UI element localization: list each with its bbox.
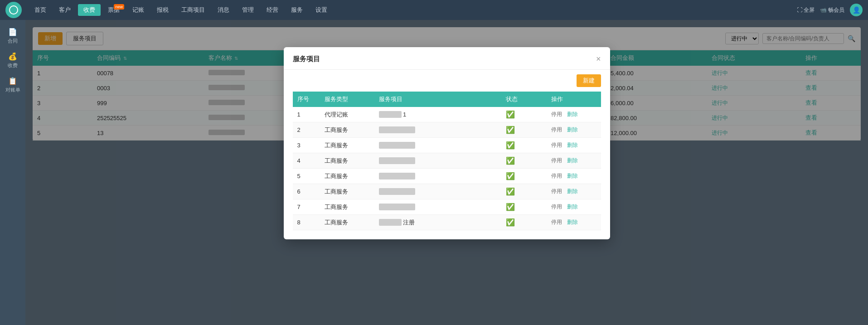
sidebar: 📄 合同💰 收费📋 对账单: [0, 20, 25, 325]
sidebar-icon-收费: 💰: [8, 52, 17, 61]
modal-cell-item: [374, 153, 501, 169]
delete-button[interactable]: 删除: [567, 111, 578, 117]
stop-button[interactable]: 停用: [551, 219, 562, 225]
service-modal: 服务项目 × 新建 序号 服务类型 服务项目 状态 操作 1 代理记账: [284, 47, 610, 239]
stop-button[interactable]: 停用: [551, 188, 562, 194]
stop-button[interactable]: 停用: [551, 111, 562, 117]
modal-cell-seq: 7: [293, 199, 320, 215]
modal-title: 服务项目: [293, 55, 320, 63]
fullscreen-label[interactable]: ⛶ 全屏: [797, 6, 815, 14]
delete-button[interactable]: 删除: [567, 204, 578, 210]
modal-table-body: 1 代理记账 1 ✅ 停用 删除 2 工商服务 ✅ 停用 删除 3 工商服务 ✅…: [293, 107, 601, 230]
nav-item-经营[interactable]: 经营: [261, 4, 284, 16]
status-active-icon: ✅: [506, 203, 515, 211]
delete-button[interactable]: 删除: [567, 173, 578, 179]
modal-cell-seq: 5: [293, 169, 320, 184]
modal-table-row: 1 代理记账 1 ✅ 停用 删除: [293, 107, 601, 122]
modal-cell-ops: 停用 删除: [547, 107, 601, 122]
top-nav-right: ⛶ 全屏 📹 畅会员 👤: [797, 4, 863, 16]
sidebar-item-合同[interactable]: 📄 合同: [0, 24, 25, 48]
stop-button[interactable]: 停用: [551, 126, 562, 133]
modal-cell-ops: 停用 删除: [547, 184, 601, 199]
modal-cell-type: 工商服务: [320, 215, 374, 230]
delete-button[interactable]: 删除: [567, 157, 578, 164]
modal-table-row: 4 工商服务 ✅ 停用 删除: [293, 153, 601, 169]
modal-new-button[interactable]: 新建: [577, 74, 601, 87]
modal-cell-ops: 停用 删除: [547, 169, 601, 184]
modal-cell-item: [374, 169, 501, 184]
nav-item-管理[interactable]: 管理: [237, 4, 259, 16]
delete-button[interactable]: 删除: [567, 142, 578, 148]
modal-cell-item: 1: [374, 107, 501, 122]
modal-overlay[interactable]: 服务项目 × 新建 序号 服务类型 服务项目 状态 操作 1 代理记账: [25, 20, 868, 325]
nav-badge-票据: new: [114, 4, 124, 10]
nav-item-工商项目[interactable]: 工商项目: [176, 4, 210, 16]
nav-item-首页[interactable]: 首页: [29, 4, 52, 16]
stop-button[interactable]: 停用: [551, 173, 562, 179]
delete-button[interactable]: 删除: [567, 188, 578, 194]
status-active-icon: ✅: [506, 126, 515, 134]
delete-button[interactable]: 删除: [567, 219, 578, 225]
modal-cell-type: 工商服务: [320, 153, 374, 169]
fullscreen-icon: ⛶: [797, 7, 802, 13]
modal-body: 序号 服务类型 服务项目 状态 操作 1 代理记账 1 ✅ 停用 删除 2 工商…: [284, 92, 610, 239]
status-active-icon: ✅: [506, 111, 515, 118]
modal-cell-ops: 停用 删除: [547, 153, 601, 169]
modal-cell-item: [374, 199, 501, 215]
modal-table-row: 6 工商服务 ✅ 停用 删除: [293, 184, 601, 199]
modal-cell-item: [374, 184, 501, 199]
stop-button[interactable]: 停用: [551, 204, 562, 210]
modal-table-row: 3 工商服务 ✅ 停用 删除: [293, 138, 601, 153]
modal-table-row: 2 工商服务 ✅ 停用 删除: [293, 122, 601, 138]
modal-table-header: 序号 服务类型 服务项目 状态 操作: [293, 92, 601, 107]
sidebar-icon-合同: 📄: [8, 27, 17, 36]
stop-button[interactable]: 停用: [551, 142, 562, 148]
sidebar-item-收费[interactable]: 💰 收费: [0, 48, 25, 73]
modal-cell-status: ✅: [501, 138, 547, 153]
sidebar-item-对账单[interactable]: 📋 对账单: [0, 73, 25, 97]
modal-cell-status: ✅: [501, 107, 547, 122]
nav-item-收费[interactable]: 收费: [78, 4, 101, 16]
nav-item-服务[interactable]: 服务: [286, 4, 308, 16]
service-items-table: 序号 服务类型 服务项目 状态 操作 1 代理记账 1 ✅ 停用 删除 2 工商…: [293, 92, 601, 230]
sidebar-label-合同: 合同: [8, 38, 18, 44]
modal-cell-type: 工商服务: [320, 138, 374, 153]
modal-cell-seq: 2: [293, 122, 320, 138]
modal-col-status: 状态: [501, 92, 547, 107]
modal-cell-item: [374, 122, 501, 138]
nav-item-客户[interactable]: 客户: [53, 4, 76, 16]
sidebar-label-对账单: 对账单: [5, 87, 20, 93]
nav-items: 首页客户收费票据new记账报税工商项目消息管理经营服务设置: [29, 4, 797, 16]
modal-cell-seq: 4: [293, 153, 320, 169]
modal-cell-seq: 6: [293, 184, 320, 199]
modal-table-row: 8 工商服务 注册 ✅ 停用 删除: [293, 215, 601, 230]
modal-cell-ops: 停用 删除: [547, 138, 601, 153]
modal-cell-type: 工商服务: [320, 199, 374, 215]
status-active-icon: ✅: [506, 188, 515, 195]
status-active-icon: ✅: [506, 172, 515, 180]
modal-cell-status: ✅: [501, 153, 547, 169]
modal-cell-ops: 停用 删除: [547, 215, 601, 230]
user-avatar[interactable]: 👤: [850, 4, 863, 16]
modal-cell-type: 工商服务: [320, 169, 374, 184]
top-navigation: 首页客户收费票据new记账报税工商项目消息管理经营服务设置 ⛶ 全屏 📹 畅会员…: [0, 0, 868, 20]
modal-cell-ops: 停用 删除: [547, 122, 601, 138]
member-label[interactable]: 📹 畅会员: [820, 6, 844, 14]
modal-col-item: 服务项目: [374, 92, 501, 107]
modal-cell-status: ✅: [501, 184, 547, 199]
nav-item-票据[interactable]: 票据new: [102, 4, 125, 16]
modal-cell-ops: 停用 删除: [547, 199, 601, 215]
logo-icon: [9, 5, 18, 15]
nav-item-设置[interactable]: 设置: [310, 4, 333, 16]
member-icon: 📹: [820, 7, 827, 13]
sidebar-icon-对账单: 📋: [8, 76, 17, 85]
modal-cell-type: 工商服务: [320, 122, 374, 138]
nav-item-消息[interactable]: 消息: [212, 4, 235, 16]
delete-button[interactable]: 删除: [567, 126, 578, 133]
nav-item-报税[interactable]: 报税: [151, 4, 174, 16]
modal-close-button[interactable]: ×: [596, 54, 601, 64]
sidebar-label-收费: 收费: [8, 62, 18, 69]
stop-button[interactable]: 停用: [551, 157, 562, 164]
modal-cell-seq: 3: [293, 138, 320, 153]
nav-item-记账[interactable]: 记账: [127, 4, 150, 16]
